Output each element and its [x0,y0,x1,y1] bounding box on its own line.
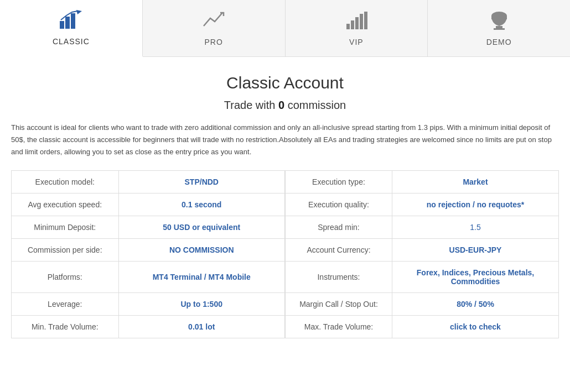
right-value: USD-EUR-JPY [392,239,558,262]
svg-rect-4 [346,24,350,29]
left-value: MT4 Terminal / MT4 Mobile [118,262,285,293]
svg-rect-8 [364,12,367,29]
left-value: NO COMMISSION [118,239,285,262]
commission-suffix: commission [284,99,346,111]
left-label: Execution model: [12,171,119,194]
left-label: Avg execution speed: [12,194,119,216]
tab-classic-label: CLASSIC [53,37,90,46]
tab-classic[interactable]: CLASSIC [0,0,143,57]
commission-prefix: Trade with [224,99,278,111]
tab-demo-label: DEMO [486,38,512,46]
right-label: Execution quality: [285,194,392,216]
right-value: Market [392,171,558,194]
demo-icon [488,11,510,34]
commission-line: Trade with 0 commission [11,99,559,112]
tab-vip[interactable]: VIP [286,0,428,56]
svg-rect-5 [351,20,354,29]
left-label: Platforms: [12,262,119,293]
table-row: Minimum Deposit:50 USD or equivalentSpre… [12,216,559,239]
left-label: Minimum Deposit: [12,216,119,239]
account-title: Classic Account [11,74,559,92]
right-value[interactable]: click to check [392,316,558,338]
svg-rect-7 [360,14,363,29]
tab-pro-label: PRO [204,38,222,46]
svg-rect-11 [496,26,502,28]
right-label: Max. Trade Volume: [285,316,392,338]
right-value: Forex, Indices, Precious Metals, Commodi… [392,262,558,293]
left-label: Leverage: [12,293,119,316]
table-row: Min. Trade Volume:0.01 lotMax. Trade Vol… [12,316,559,338]
right-label: Spread min: [285,216,392,239]
svg-rect-6 [355,17,359,29]
right-value: 1.5 [392,216,558,239]
classic-icon [60,10,82,34]
table-row: Execution model:STP/NDDExecution type:Ma… [12,171,559,194]
right-value: no rejection / no requotes* [392,194,558,216]
tab-vip-label: VIP [349,38,364,46]
right-label: Instruments: [285,262,392,293]
right-label: Account Currency: [285,239,392,262]
right-label: Margin Call / Stop Out: [285,293,392,316]
main-content: Classic Account Trade with 0 commission … [0,57,570,349]
left-value: 50 USD or equivalent [118,216,285,239]
svg-rect-2 [71,13,75,29]
svg-rect-1 [65,17,70,29]
table-row: Commission per side:NO COMMISSIONAccount… [12,239,559,262]
left-value: STP/NDD [118,171,285,194]
right-label: Execution type: [285,171,392,194]
table-row: Avg execution speed:0.1 secondExecution … [12,194,559,216]
pro-icon [203,11,225,34]
svg-rect-12 [494,28,505,30]
tab-pro[interactable]: PRO [143,0,286,56]
left-value: 0.1 second [118,194,285,216]
right-value: 80% / 50% [392,293,558,316]
left-label: Min. Trade Volume: [12,316,119,338]
account-details-table: Execution model:STP/NDDExecution type:Ma… [11,170,559,338]
left-label: Commission per side: [12,239,119,262]
svg-marker-3 [76,10,82,14]
account-type-tabs: CLASSIC PRO VIP [0,0,570,57]
svg-rect-0 [60,21,64,29]
commission-value: 0 [278,99,284,111]
left-value: Up to 1:500 [118,293,285,316]
account-description: This account is ideal for clients who wa… [11,122,559,158]
table-row: Platforms:MT4 Terminal / MT4 MobileInstr… [12,262,559,293]
tab-demo[interactable]: DEMO [428,0,570,56]
left-value: 0.01 lot [118,316,285,338]
vip-icon [345,11,367,34]
table-row: Leverage:Up to 1:500Margin Call / Stop O… [12,293,559,316]
